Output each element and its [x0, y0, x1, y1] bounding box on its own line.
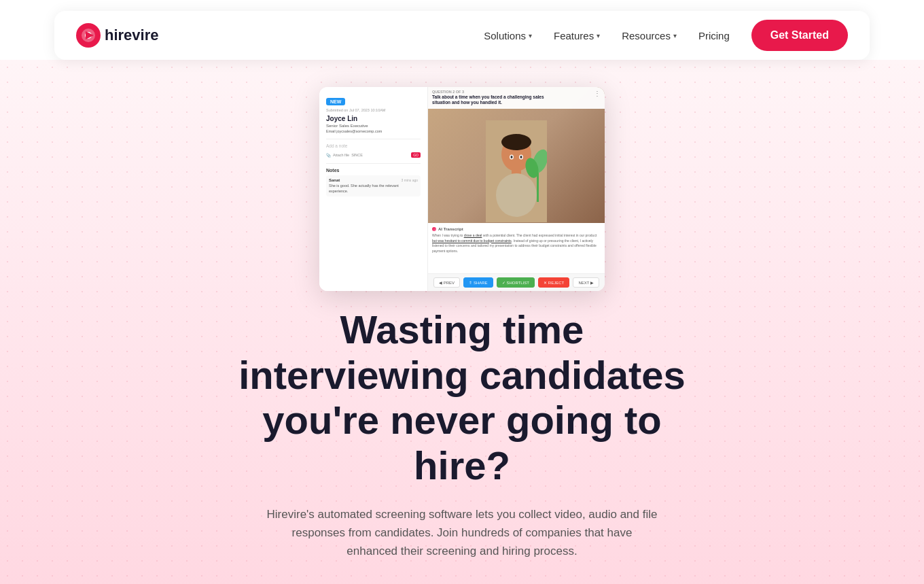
svg-point-5 — [501, 134, 531, 150]
get-started-button[interactable]: Get Started — [751, 20, 848, 51]
hero-subtext: Hirevire's automated screening software … — [265, 505, 659, 561]
nav-solutions[interactable]: Solutions ▾ — [484, 30, 532, 41]
divider — [326, 139, 421, 139]
transcript-area: AI Transcript When I was trying to close… — [428, 223, 605, 273]
candidate-title: Senior Sales Executive — [326, 124, 421, 128]
product-screenshot: NEW Submitted on Jul 07, 2023 10:10AM Jo… — [319, 87, 605, 291]
screenshot-footer: ◀ PREV ⇑ SHARE ✓ SHORTLIST ✕ REJECT NEXT… — [428, 273, 605, 291]
share-button[interactable]: ⇑ SHARE — [463, 277, 493, 288]
svg-point-11 — [520, 156, 522, 158]
video-area: QUESTION 2 OF 3 Talk about a time when y… — [428, 87, 605, 223]
note-item: Sanat 3 mins ago She is good. She actual… — [326, 175, 421, 196]
nav-features[interactable]: Features ▾ — [554, 30, 600, 41]
note-author: Sanat — [329, 178, 340, 182]
svg-point-7 — [496, 173, 537, 217]
nav-resources[interactable]: Resources ▾ — [622, 30, 677, 41]
video-panel: QUESTION 2 OF 3 Talk about a time when y… — [428, 87, 605, 291]
nav-pricing[interactable]: Pricing — [698, 30, 730, 41]
transcript-label: AI Transcript — [432, 227, 601, 231]
navigation: hirevire Solutions ▾ Features ▾ Resource… — [54, 11, 870, 60]
hero-text: Wasting time interviewing candidates you… — [170, 307, 754, 584]
person-illustration — [486, 120, 547, 222]
candidate-badge: NEW — [326, 98, 345, 105]
divider — [326, 163, 421, 164]
attach-go-button[interactable]: GO — [411, 152, 421, 158]
logo[interactable]: hirevire — [76, 23, 159, 48]
logo-text: hirevire — [105, 27, 159, 44]
logo-icon — [76, 23, 101, 48]
more-options-icon[interactable]: ⋮ — [594, 90, 601, 97]
chevron-down-icon: ▾ — [673, 32, 677, 39]
question-label: QUESTION 2 OF 3 — [432, 90, 561, 94]
svg-point-10 — [511, 156, 513, 158]
chevron-down-icon: ▾ — [597, 32, 600, 39]
attach-label: Attach file — [333, 153, 349, 157]
chevron-down-icon: ▾ — [529, 32, 532, 39]
reject-button[interactable]: ✕ REJECT — [538, 277, 569, 288]
prev-button[interactable]: ◀ PREV — [433, 277, 460, 288]
nav-links: Solutions ▾ Features ▾ Resources ▾ Prici… — [484, 20, 848, 51]
candidate-submitted: Submitted on Jul 07, 2023 10:10AM — [326, 108, 421, 112]
candidate-name: Joyce Lin — [326, 115, 421, 122]
attach-since: SINCE — [351, 153, 363, 157]
note-time: 3 mins ago — [402, 178, 418, 184]
note-text: She is good. She actually has the releva… — [329, 184, 418, 194]
hero-section: NEW Submitted on Jul 07, 2023 10:10AM Jo… — [0, 60, 924, 584]
question-text: Talk about a time when you faced a chall… — [432, 95, 561, 106]
candidate-email: Email joycsales@somecomp.com — [326, 129, 421, 133]
question-header: QUESTION 2 OF 3 Talk about a time when y… — [428, 87, 605, 109]
hero-headline: Wasting time interviewing candidates you… — [224, 307, 700, 489]
next-button[interactable]: NEXT ▶ — [573, 277, 599, 288]
paperclip-icon: 📎 — [326, 153, 331, 158]
candidate-panel: NEW Submitted on Jul 07, 2023 10:10AM Jo… — [319, 87, 428, 291]
ai-icon — [432, 227, 436, 231]
shortlist-button[interactable]: ✓ SHORTLIST — [497, 277, 535, 288]
notes-title: Notes — [326, 168, 421, 173]
transcript-text: When I was trying to close a deal with a… — [432, 233, 601, 254]
attach-row: 📎 Attach file SINCE GO — [326, 152, 421, 158]
add-note-placeholder[interactable]: Add a note — [326, 143, 421, 148]
